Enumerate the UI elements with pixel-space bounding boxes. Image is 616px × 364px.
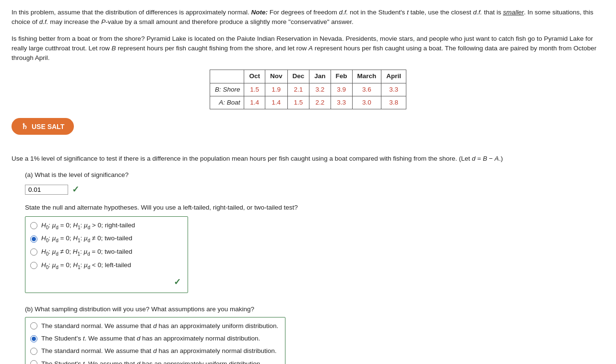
table-header-dec: Dec	[287, 70, 309, 83]
sampling-option-1: The standard normal. We assume that d ha…	[30, 321, 278, 331]
table-cell-r0-c4: 3.9	[331, 83, 352, 96]
hypotheses-section: State the null and alternate hypotheses.…	[25, 203, 604, 298]
hypotheses-label: State the null and alternate hypotheses.…	[25, 203, 604, 212]
table-cell-r0-c2: 2.1	[287, 83, 309, 96]
table-header-april: April	[381, 70, 406, 83]
hypothesis-option-1: H0: μd = 0; H1: μd > 0; right-tailed	[30, 221, 181, 231]
table-header-jan: Jan	[309, 70, 331, 83]
table-header-empty	[210, 70, 244, 83]
data-table: Oct Nov Dec Jan Feb March April B: Shore…	[210, 70, 406, 109]
sampling-radio-4[interactable]	[30, 360, 37, 364]
hypothesis-check-icon: ✓	[174, 276, 181, 289]
table-cell-r1-c6: 3.8	[381, 96, 406, 109]
significance-check-icon: ✓	[72, 183, 79, 196]
hypothesis-radio-2[interactable]	[30, 235, 37, 243]
hypothesis-option-4: H0: μd = 0; H1: μd < 0; left-tailed	[30, 260, 181, 271]
part-b-label: (b) What sampling distribution will you …	[25, 305, 604, 314]
hypothesis-radio-4[interactable]	[30, 262, 37, 269]
part-a: (a) What is the level of significance? ✓	[25, 170, 604, 196]
part-a-label: (a) What is the level of significance?	[25, 170, 604, 180]
table-header-oct: Oct	[244, 70, 265, 83]
table-cell-r0-c5: 3.6	[352, 83, 381, 96]
hypothesis-label-2: H0: μd = 0; H1: μd ≠ 0; two-tailed	[41, 234, 132, 244]
sampling-label-3: The standard normal. We assume that d ha…	[41, 346, 277, 356]
hypothesis-label-1: H0: μd = 0; H1: μd > 0; right-tailed	[41, 221, 135, 231]
hypothesis-label-4: H0: μd = 0; H1: μd < 0; left-tailed	[41, 260, 131, 271]
table-header-march: March	[352, 70, 381, 83]
hypothesis-radio-1[interactable]	[30, 222, 37, 229]
data-table-wrapper: Oct Nov Dec Jan Feb March April B: Shore…	[12, 70, 604, 109]
intro-text-1: In this problem, assume that the distrib…	[12, 8, 604, 27]
table-cell-r0-c0: 1.5	[244, 83, 265, 96]
table-cell-r1-c0: 1.4	[244, 96, 265, 109]
hypothesis-radio-3[interactable]	[30, 248, 37, 256]
hypothesis-option-2: H0: μd = 0; H1: μd ≠ 0; two-tailed	[30, 234, 181, 244]
table-cell-r0-c1: 1.9	[265, 83, 287, 96]
sampling-radio-1[interactable]	[30, 322, 37, 329]
table-cell-r1-c1: 1.4	[265, 96, 287, 109]
problem-text: Is fishing better from a boat or from th…	[12, 34, 604, 63]
sampling-label-4: The Student's t. We assume that d has an…	[41, 359, 262, 364]
sampling-option-4: The Student's t. We assume that d has an…	[30, 359, 278, 364]
sampling-label-2: The Student's t. We assume that d has an…	[41, 334, 260, 343]
table-cell-r0-c3: 3.2	[309, 83, 331, 96]
main-question: Use a 1% level of significance to test i…	[12, 154, 604, 164]
hypothesis-label-3: H0: μd ≠ 0; H1: μd = 0; two-tailed	[41, 247, 132, 258]
table-header-nov: Nov	[265, 70, 287, 83]
table-row-label-1: A: Boat	[210, 96, 244, 109]
part-b: (b) What sampling distribution will you …	[25, 305, 604, 364]
sampling-option-2: The Student's t. We assume that d has an…	[30, 334, 278, 343]
table-row-label-0: B: Shore	[210, 83, 244, 96]
sampling-radio-box: The standard normal. We assume that d ha…	[25, 317, 285, 364]
table-cell-r0-c6: 3.3	[381, 83, 406, 96]
sampling-radio-2[interactable]	[30, 335, 37, 342]
table-cell-r1-c5: 3.0	[352, 96, 381, 109]
significance-input[interactable]	[25, 185, 68, 195]
sampling-label-1: The standard normal. We assume that d ha…	[41, 321, 278, 331]
hypotheses-radio-box: H0: μd = 0; H1: μd > 0; right-tailed H0:…	[25, 216, 188, 293]
table-cell-r1-c2: 1.5	[287, 96, 309, 109]
salt-icon: ♄	[21, 122, 28, 131]
table-cell-r1-c4: 3.3	[331, 96, 352, 109]
use-salt-label: USE SALT	[32, 123, 64, 130]
table-header-feb: Feb	[331, 70, 352, 83]
table-cell-r1-c3: 2.2	[309, 96, 331, 109]
sampling-option-3: The standard normal. We assume that d ha…	[30, 346, 278, 356]
sampling-radio-3[interactable]	[30, 348, 37, 355]
use-salt-button[interactable]: ♄ USE SALT	[12, 118, 74, 135]
hypothesis-option-3: H0: μd ≠ 0; H1: μd = 0; two-tailed	[30, 247, 181, 258]
